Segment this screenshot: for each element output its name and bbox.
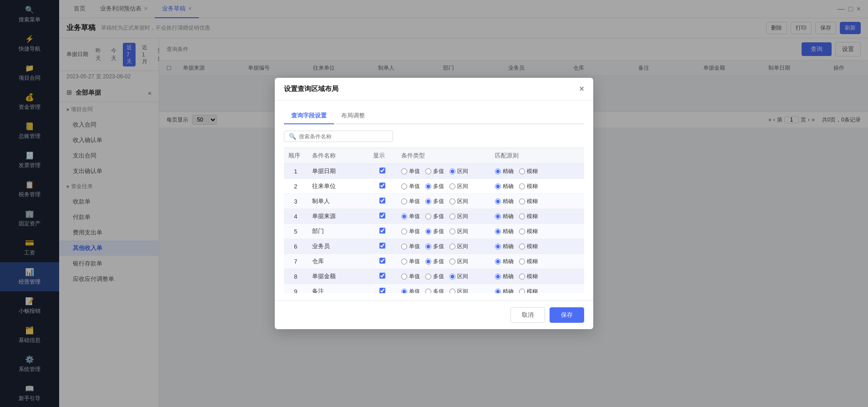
condtype-option-2[interactable]: 区间 bbox=[449, 183, 468, 190]
matchrule-option-1[interactable]: 模糊 bbox=[519, 288, 538, 294]
condtype-option-1[interactable]: 多值 bbox=[425, 288, 444, 294]
modal-close-button[interactable]: × bbox=[579, 84, 584, 94]
matchrule-option-1[interactable]: 模糊 bbox=[519, 183, 538, 190]
cell-name: 单据来源 bbox=[308, 209, 368, 224]
condtype-option-0[interactable]: 单值 bbox=[401, 168, 420, 175]
search-input[interactable] bbox=[299, 133, 388, 140]
condtype-option-1[interactable]: 多值 bbox=[425, 258, 444, 265]
matchrule-option-0[interactable]: 精确 bbox=[495, 288, 514, 294]
table-row: 2往来单位单值多值区间精确模糊 bbox=[284, 179, 584, 194]
modal-dialog: 设置查询区域布局 × 查询字段设置 布局调整 🔍 bbox=[275, 78, 593, 329]
cell-order: 9 bbox=[284, 284, 308, 294]
show-checkbox[interactable] bbox=[379, 168, 385, 173]
condtype-option-1[interactable]: 多值 bbox=[425, 213, 444, 220]
condtype-option-0[interactable]: 单值 bbox=[401, 288, 420, 294]
table-row: 8单据金额单值多值区间精确模糊 bbox=[284, 269, 584, 284]
th-order: 顺序 bbox=[284, 148, 308, 164]
matchrule-option-0[interactable]: 精确 bbox=[495, 168, 514, 175]
search-bar: 🔍 bbox=[284, 131, 393, 142]
condtype-option-1[interactable]: 多值 bbox=[425, 228, 444, 235]
condtype-option-1[interactable]: 多值 bbox=[425, 243, 444, 250]
condtype-option-2[interactable]: 区间 bbox=[449, 288, 468, 294]
condtype-option-1[interactable]: 多值 bbox=[425, 273, 444, 280]
cell-show bbox=[368, 209, 397, 224]
condtype-option-2[interactable]: 区间 bbox=[449, 213, 468, 220]
table-row: 5部门单值多值区间精确模糊 bbox=[284, 224, 584, 239]
condtype-option-2[interactable]: 区间 bbox=[449, 258, 468, 265]
table-row: 1单据日期单值多值区间精确模糊 bbox=[284, 164, 584, 179]
matchrule-option-1[interactable]: 模糊 bbox=[519, 273, 538, 280]
cell-name: 单据金额 bbox=[308, 269, 368, 284]
modal-save-button[interactable]: 保存 bbox=[550, 307, 584, 323]
condtype-option-0[interactable]: 单值 bbox=[401, 213, 420, 220]
show-checkbox[interactable] bbox=[379, 228, 385, 234]
cell-name: 仓库 bbox=[308, 254, 368, 269]
cell-match: 精确模糊 bbox=[490, 179, 584, 194]
matchrule-option-1[interactable]: 模糊 bbox=[519, 198, 538, 205]
matchrule-option-0[interactable]: 精确 bbox=[495, 258, 514, 265]
matchrule-option-0[interactable]: 精确 bbox=[495, 273, 514, 280]
search-icon: 🔍 bbox=[289, 133, 296, 140]
condtype-option-2[interactable]: 区间 bbox=[449, 228, 468, 235]
cell-match: 精确模糊 bbox=[490, 194, 584, 209]
table-row: 3制单人单值多值区间精确模糊 bbox=[284, 194, 584, 209]
cell-match: 精确模糊 bbox=[490, 284, 584, 294]
settings-table: 顺序 条件名称 显示 条件类型 匹配原则 1单据日期单值多值区间精确模糊2往来单… bbox=[284, 148, 584, 293]
condtype-option-1[interactable]: 多值 bbox=[425, 198, 444, 205]
show-checkbox[interactable] bbox=[379, 243, 385, 249]
condtype-option-1[interactable]: 多值 bbox=[425, 168, 444, 175]
cell-name: 备注 bbox=[308, 284, 368, 294]
matchrule-option-1[interactable]: 模糊 bbox=[519, 213, 538, 220]
table-row: 4单据来源单值多值区间精确模糊 bbox=[284, 209, 584, 224]
condtype-option-0[interactable]: 单值 bbox=[401, 273, 420, 280]
cell-condtype: 单值多值区间 bbox=[397, 284, 490, 294]
show-checkbox[interactable] bbox=[379, 213, 385, 219]
condtype-option-0[interactable]: 单值 bbox=[401, 228, 420, 235]
condtype-option-0[interactable]: 单值 bbox=[401, 183, 420, 190]
matchrule-option-1[interactable]: 模糊 bbox=[519, 168, 538, 175]
cell-order: 8 bbox=[284, 269, 308, 284]
cell-condtype: 单值多值区间 bbox=[397, 209, 490, 224]
condtype-option-2[interactable]: 区间 bbox=[449, 243, 468, 250]
condtype-option-0[interactable]: 单值 bbox=[401, 243, 420, 250]
cell-match: 精确模糊 bbox=[490, 209, 584, 224]
matchrule-option-0[interactable]: 精确 bbox=[495, 243, 514, 250]
matchrule-option-0[interactable]: 精确 bbox=[495, 183, 514, 190]
matchrule-option-0[interactable]: 精确 bbox=[495, 228, 514, 235]
condtype-option-1[interactable]: 多值 bbox=[425, 183, 444, 190]
settings-table-scroll: 顺序 条件名称 显示 条件类型 匹配原则 1单据日期单值多值区间精确模糊2往来单… bbox=[284, 148, 584, 293]
show-checkbox[interactable] bbox=[379, 288, 385, 293]
matchrule-option-1[interactable]: 模糊 bbox=[519, 258, 538, 265]
cell-order: 4 bbox=[284, 209, 308, 224]
cell-order: 3 bbox=[284, 194, 308, 209]
modal-body: 查询字段设置 布局调整 🔍 顺序 bbox=[275, 101, 593, 300]
matchrule-option-0[interactable]: 精确 bbox=[495, 213, 514, 220]
cell-condtype: 单值多值区间 bbox=[397, 224, 490, 239]
condtype-option-2[interactable]: 区间 bbox=[449, 273, 468, 280]
condtype-option-2[interactable]: 区间 bbox=[449, 198, 468, 205]
th-condtype: 条件类型 bbox=[397, 148, 490, 164]
show-checkbox[interactable] bbox=[379, 183, 385, 188]
cell-show bbox=[368, 239, 397, 254]
cell-name: 单据日期 bbox=[308, 164, 368, 179]
modal-tab-layout[interactable]: 布局调整 bbox=[334, 108, 372, 124]
modal-overlay: 设置查询区域布局 × 查询字段设置 布局调整 🔍 bbox=[0, 0, 868, 407]
cell-order: 2 bbox=[284, 179, 308, 194]
cancel-button[interactable]: 取消 bbox=[510, 307, 545, 323]
cell-show bbox=[368, 254, 397, 269]
modal-tab-fields[interactable]: 查询字段设置 bbox=[284, 108, 334, 124]
cell-show bbox=[368, 284, 397, 294]
condtype-option-0[interactable]: 单值 bbox=[401, 198, 420, 205]
show-checkbox[interactable] bbox=[379, 198, 385, 204]
cell-name: 制单人 bbox=[308, 194, 368, 209]
show-checkbox[interactable] bbox=[379, 258, 385, 264]
condtype-option-0[interactable]: 单值 bbox=[401, 258, 420, 265]
cell-condtype: 单值多值区间 bbox=[397, 194, 490, 209]
cell-order: 1 bbox=[284, 164, 308, 179]
matchrule-option-1[interactable]: 模糊 bbox=[519, 243, 538, 250]
show-checkbox[interactable] bbox=[379, 273, 385, 279]
condtype-option-2[interactable]: 区间 bbox=[449, 168, 468, 175]
cell-name: 部门 bbox=[308, 224, 368, 239]
matchrule-option-0[interactable]: 精确 bbox=[495, 198, 514, 205]
matchrule-option-1[interactable]: 模糊 bbox=[519, 228, 538, 235]
